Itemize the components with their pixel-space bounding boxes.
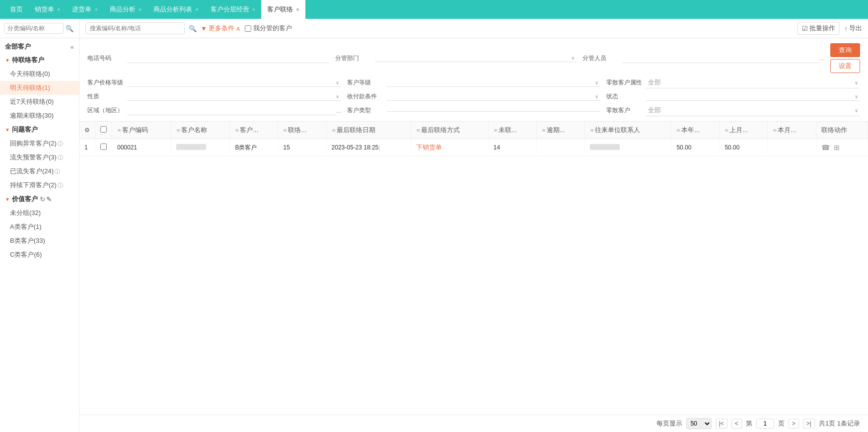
- my-customers-checkbox[interactable]: [245, 25, 251, 32]
- query-btn[interactable]: 查询: [830, 43, 860, 57]
- area-label: 区域（地区）: [87, 106, 127, 115]
- export-btn[interactable]: ↑ 导出: [845, 24, 863, 33]
- phone-action-icon[interactable]: ☎: [821, 144, 830, 151]
- filter-retail-customer: 零散客户 全部 ∨: [606, 105, 860, 116]
- page-input[interactable]: [756, 419, 774, 429]
- status-select[interactable]: ∨: [646, 93, 860, 101]
- sidebar-search-area: 🔍: [0, 19, 79, 38]
- manager-more-icon[interactable]: ...: [819, 55, 824, 62]
- cell-checkbox[interactable]: [95, 139, 112, 156]
- grid-action-icon[interactable]: ⊞: [834, 144, 840, 151]
- sidebar-search-input[interactable]: [4, 23, 64, 34]
- filter-status: 状态 ∨: [606, 92, 860, 101]
- status-chevron: ∨: [855, 94, 858, 99]
- customer-type-select[interactable]: [387, 109, 601, 112]
- pending-tomorrow[interactable]: 明天待联络(1): [0, 81, 79, 95]
- problem-declining[interactable]: 持续下滑客户(2) ⓘ: [0, 178, 79, 192]
- cell-overdue: [536, 139, 584, 156]
- retail-customer-select[interactable]: 全部 ∨: [646, 105, 860, 116]
- cell-name: [171, 139, 230, 156]
- pending-today[interactable]: 今天待联络(0): [0, 67, 79, 81]
- info-icon-3: ⓘ: [58, 182, 63, 189]
- col-action: 联络动作: [816, 122, 868, 139]
- close-segment-icon[interactable]: ×: [252, 6, 255, 12]
- pending-7days[interactable]: 近7天待联络(0): [0, 95, 79, 109]
- nav-home[interactable]: 首页: [4, 0, 29, 19]
- nav-product-analysis[interactable]: 商品分析 ×: [104, 0, 147, 19]
- status-label: 状态: [606, 92, 646, 101]
- next-page-btn[interactable]: >: [789, 419, 799, 429]
- table-body: 1000021B类客户152023-05-23 18:25:下销货单1450.0…: [79, 139, 868, 156]
- nav-product-analysis-list[interactable]: 商品分析列表 ×: [147, 0, 204, 19]
- col-settings[interactable]: ⚙: [79, 122, 95, 139]
- contact-person-blurred: [590, 144, 620, 150]
- customer-grade-select[interactable]: ∨: [387, 79, 601, 87]
- close-purchase-icon[interactable]: ×: [94, 6, 97, 12]
- cell-type: B类客户: [230, 139, 278, 156]
- problem-lost[interactable]: 已流失客户(24) ⓘ: [0, 164, 79, 178]
- payment-select[interactable]: ∨: [387, 93, 601, 101]
- select-all-checkbox[interactable]: [100, 126, 107, 133]
- close-contact-icon[interactable]: ×: [296, 6, 299, 12]
- area-input[interactable]: [127, 106, 336, 115]
- value-a-class[interactable]: A类客户(1): [0, 220, 79, 234]
- close-product-list-icon[interactable]: ×: [195, 6, 198, 12]
- close-product-analysis-icon[interactable]: ×: [139, 6, 142, 12]
- col-code: ≑客户编码: [112, 122, 171, 139]
- filter-row-4: 区域（地区） ... 客户类型 零散客户 全部 ∨: [87, 105, 860, 116]
- cell-last-contact-date: 2023-05-23 18:25:: [326, 139, 411, 156]
- filter-chevron-icon: ∧: [236, 25, 241, 32]
- filter-manager: 分管人员 ...: [582, 54, 824, 63]
- value-b-class[interactable]: B类客户(33): [0, 234, 79, 248]
- col-overdue: ≑逾期...: [536, 122, 584, 139]
- export-icon: ↑: [845, 25, 848, 32]
- pending-section-header: ▼ 待联络客户: [0, 53, 79, 67]
- area-more-icon[interactable]: ...: [336, 107, 341, 114]
- nav-customer-contact[interactable]: 客户联络 ×: [261, 0, 305, 19]
- problem-warning[interactable]: 流失预警客户(3) ⓘ: [0, 150, 79, 164]
- set-btn[interactable]: 设置: [830, 59, 860, 73]
- col-last-month: ≑上月...: [720, 122, 768, 139]
- customer-name-blurred: [176, 144, 206, 150]
- row-checkbox[interactable]: [100, 144, 107, 150]
- last-page-btn[interactable]: >|: [803, 419, 815, 429]
- problem-abnormal[interactable]: 回购异常客户(2) ⓘ: [0, 137, 79, 150]
- nav-sales[interactable]: 销货单 ×: [29, 0, 66, 19]
- dept-select[interactable]: ∨: [375, 54, 577, 62]
- gender-label: 性质: [87, 92, 127, 101]
- col-last-contact-method: ≑最后联络方式: [411, 122, 488, 139]
- filter-more-btn[interactable]: ▼ 更多条件 ∧: [201, 24, 241, 33]
- customer-table: ⚙ ≑客户编码 ≑客户名称 ≑客户... ≑联络... ≑最后联络日期 ≑最后联…: [79, 122, 868, 156]
- phone-input[interactable]: [127, 54, 329, 63]
- all-customers-section: 全部客户 «: [0, 38, 79, 53]
- problem-triangle-icon: ▼: [5, 127, 10, 133]
- price-grade-select[interactable]: ∨: [127, 79, 341, 87]
- cell-rownum: 1: [79, 139, 95, 156]
- cell-last-contact-method[interactable]: 下销货单: [411, 139, 488, 156]
- toolbar-search-input[interactable]: [85, 22, 185, 34]
- value-edit-icon[interactable]: ✎: [46, 196, 52, 203]
- close-sales-icon[interactable]: ×: [57, 6, 60, 12]
- pending-overdue[interactable]: 逾期未联络(30): [0, 109, 79, 123]
- value-refresh-icon[interactable]: ↻: [40, 196, 45, 203]
- collapse-icon[interactable]: «: [71, 43, 74, 51]
- per-page-select[interactable]: 50 100: [686, 418, 712, 429]
- manager-input[interactable]: [622, 54, 819, 63]
- first-page-btn[interactable]: |<: [716, 419, 727, 429]
- col-checkbox[interactable]: [95, 122, 112, 139]
- customer-grade-label: 客户等级: [347, 78, 387, 87]
- prev-page-btn[interactable]: <: [731, 419, 742, 429]
- sidebar-search-icon[interactable]: 🔍: [66, 25, 73, 32]
- value-ungrouped[interactable]: 未分组(32): [0, 206, 79, 220]
- toolbar-search-icon[interactable]: 🔍: [189, 25, 197, 32]
- my-customers-checkbox-label[interactable]: 我分管的客户: [245, 24, 292, 33]
- nav-customer-segment[interactable]: 客户分层经营 ×: [205, 0, 261, 19]
- table-header-row: ⚙ ≑客户编码 ≑客户名称 ≑客户... ≑联络... ≑最后联络日期 ≑最后联…: [79, 122, 868, 139]
- gender-select[interactable]: ∨: [127, 93, 341, 101]
- retail-attr-select[interactable]: 全部 ∨: [646, 77, 860, 88]
- batch-ops-btn[interactable]: ☑ 批量操作: [797, 22, 840, 35]
- nav-purchase[interactable]: 进货单 ×: [66, 0, 103, 19]
- contact-method-link[interactable]: 下销货单: [416, 144, 442, 151]
- value-triangle-icon: ▼: [5, 197, 10, 202]
- value-c-class[interactable]: C类客户(6): [0, 248, 79, 262]
